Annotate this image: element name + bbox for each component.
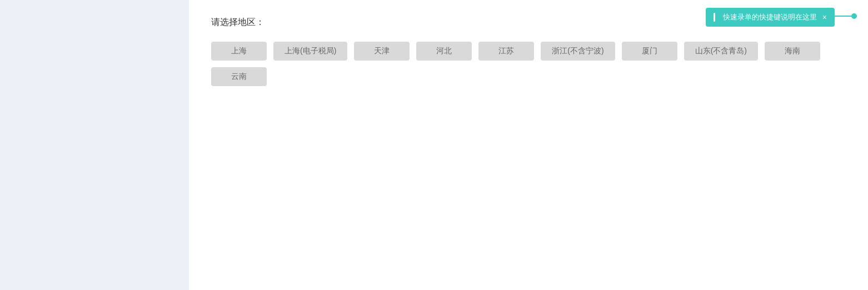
region-btn-shanghai[interactable]: 上海 bbox=[211, 42, 267, 61]
tooltip-dot bbox=[851, 13, 857, 19]
region-btn-hainan[interactable]: 海南 bbox=[765, 42, 820, 61]
main-content: 请选择地区： 上海上海(电子税局)天津河北江苏浙江(不含宁波)厦门山东(不含青岛… bbox=[189, 0, 868, 290]
region-btn-yunnan[interactable]: 云南 bbox=[211, 67, 267, 86]
tooltip-close-button[interactable]: × bbox=[822, 13, 827, 21]
region-btn-tianjin[interactable]: 天津 bbox=[354, 42, 410, 61]
sidebar bbox=[0, 0, 189, 290]
tooltip-text: 快速录单的快捷键说明在这里 bbox=[723, 12, 817, 22]
tooltip-banner: 快速录单的快捷键说明在这里 × bbox=[706, 8, 835, 27]
region-btn-shandong[interactable]: 山东(不含青岛) bbox=[684, 42, 758, 61]
region-btn-hebei[interactable]: 河北 bbox=[416, 42, 472, 61]
region-btn-zhejiang[interactable]: 浙江(不含宁波) bbox=[541, 42, 615, 61]
region-btn-shanghai-etax[interactable]: 上海(电子税局) bbox=[273, 42, 347, 61]
region-btn-xiamen[interactable]: 厦门 bbox=[622, 42, 677, 61]
region-grid: 上海上海(电子税局)天津河北江苏浙江(不含宁波)厦门山东(不含青岛)海南云南 bbox=[211, 42, 846, 86]
region-btn-jiangsu[interactable]: 江苏 bbox=[478, 42, 534, 61]
